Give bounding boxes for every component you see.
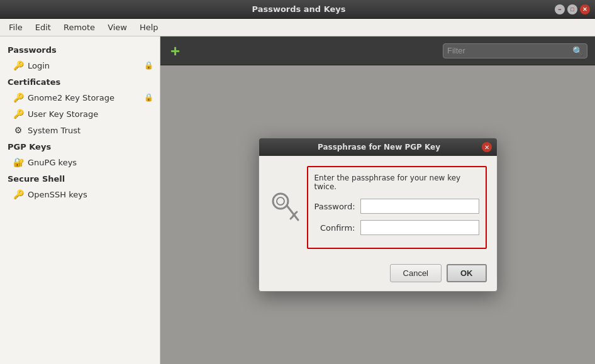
- sidebar-item-label: System Trust: [28, 126, 81, 135]
- password-label: Password:: [314, 202, 355, 211]
- sidebar-item-user-key[interactable]: 🔑 User Key Storage: [0, 106, 160, 122]
- passphrase-dialog: Passphrase for New PGP Key ✕: [259, 138, 498, 292]
- sidebar-item-label: GnuPG keys: [28, 158, 77, 167]
- dialog-title: Passphrase for New PGP Key: [277, 143, 482, 152]
- section-secure-shell: Secure Shell: [0, 170, 160, 186]
- lock-icon: 🔒: [144, 61, 153, 70]
- toolbar: + 🔍: [160, 36, 595, 65]
- password-row: Password:: [314, 199, 479, 214]
- section-pgp-keys: PGP Keys: [0, 138, 160, 154]
- svg-point-0: [273, 194, 288, 209]
- key-svg: [269, 189, 299, 226]
- title-bar: Passwords and Keys − □ ✕: [0, 0, 595, 19]
- menu-bar: File Edit Remote View Help: [0, 19, 595, 36]
- section-passwords: Passwords: [0, 41, 160, 57]
- menu-remote[interactable]: Remote: [57, 20, 101, 35]
- confirm-label: Confirm:: [314, 223, 355, 233]
- main-layout: Passwords 🔑 Login 🔒 Certificates 🔑 Gnome…: [0, 36, 595, 364]
- confirm-input[interactable]: [360, 220, 479, 235]
- sidebar-item-system-trust[interactable]: ⚙ System Trust: [0, 122, 160, 138]
- dialog-content-area: Enter the passphrase for your new key tw…: [259, 156, 497, 259]
- sidebar-item-label: Gnome2 Key Storage: [28, 93, 114, 102]
- menu-file[interactable]: File: [3, 20, 29, 35]
- window-controls: − □ ✕: [555, 4, 590, 14]
- gnupg-key-icon: 🔐: [13, 157, 24, 168]
- window-title: Passwords and Keys: [43, 4, 555, 14]
- content-area: + 🔍 Passphrase for New PGP Key ✕: [160, 36, 595, 364]
- ok-button[interactable]: OK: [447, 264, 487, 282]
- maximize-button[interactable]: □: [567, 4, 577, 14]
- filter-box: 🔍: [443, 43, 587, 58]
- svg-line-4: [291, 215, 294, 219]
- password-input[interactable]: [360, 199, 479, 214]
- dialog-form: Enter the passphrase for your new key tw…: [307, 166, 487, 249]
- add-button[interactable]: +: [168, 43, 182, 59]
- menu-help[interactable]: Help: [133, 20, 165, 35]
- close-button[interactable]: ✕: [580, 4, 590, 14]
- menu-view[interactable]: View: [101, 20, 133, 35]
- sidebar-item-gnome2[interactable]: 🔑 Gnome2 Key Storage 🔒: [0, 89, 160, 106]
- login-key-icon: 🔑: [13, 60, 24, 71]
- sidebar-item-gnupg[interactable]: 🔐 GnuPG keys: [0, 154, 160, 170]
- dialog-close-button[interactable]: ✕: [482, 142, 492, 152]
- cancel-button[interactable]: Cancel: [390, 264, 442, 282]
- dialog-overlay: Passphrase for New PGP Key ✕: [160, 65, 595, 364]
- menu-edit[interactable]: Edit: [29, 20, 57, 35]
- content-body: Passphrase for New PGP Key ✕: [160, 65, 595, 364]
- gnome2-key-icon: 🔑: [13, 92, 24, 103]
- section-certificates: Certificates: [0, 74, 160, 89]
- dialog-instruction: Enter the passphrase for your new key tw…: [314, 174, 479, 191]
- dialog-buttons: Cancel OK: [259, 259, 497, 291]
- sidebar-item-login[interactable]: 🔑 Login 🔒: [0, 57, 160, 74]
- search-icon: 🔍: [572, 46, 583, 56]
- system-trust-icon: ⚙: [13, 124, 24, 136]
- sidebar-item-openssh[interactable]: 🔑 OpenSSH keys: [0, 186, 160, 202]
- dialog-titlebar: Passphrase for New PGP Key ✕: [259, 138, 497, 156]
- lock-icon-gnome2: 🔒: [144, 93, 153, 102]
- filter-input[interactable]: [447, 46, 572, 55]
- confirm-row: Confirm:: [314, 220, 479, 235]
- sidebar: Passwords 🔑 Login 🔒 Certificates 🔑 Gnome…: [0, 36, 160, 364]
- sidebar-item-label: OpenSSH keys: [28, 190, 87, 199]
- minimize-button[interactable]: −: [555, 4, 565, 14]
- svg-point-1: [277, 197, 284, 205]
- openssh-key-icon: 🔑: [13, 189, 24, 200]
- sidebar-item-label: Login: [28, 61, 50, 70]
- user-key-icon: 🔑: [13, 108, 24, 119]
- sidebar-item-label: User Key Storage: [28, 109, 98, 119]
- pgp-key-illustration: [269, 166, 299, 249]
